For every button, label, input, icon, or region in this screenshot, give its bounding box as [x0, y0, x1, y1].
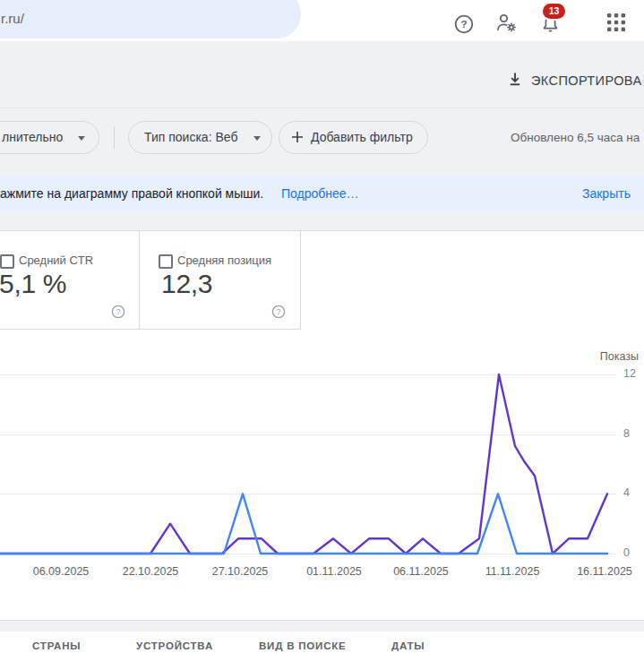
x-tick-label: 11.11.2025 — [482, 565, 543, 578]
info-banner: ажмите на диаграмму правой кнопкой мыши.… — [0, 176, 644, 211]
avg-position-checkbox[interactable] — [159, 254, 173, 269]
x-tick-label: 01.11.2025 — [304, 565, 365, 578]
cards-bottom-border — [0, 329, 301, 330]
help-circle-icon[interactable]: ? — [271, 305, 286, 322]
y-tick-label: 12 — [623, 367, 643, 380]
card-divider — [300, 231, 301, 329]
help-icon[interactable]: ? — [453, 13, 475, 39]
property-search-value: r.ru/ — [1, 11, 24, 26]
card-divider — [139, 231, 140, 329]
dimension-tab-4[interactable]: ДАТЫ — [391, 640, 425, 651]
x-tick-label: 06.11.2025 — [391, 565, 451, 578]
svg-text:?: ? — [116, 307, 120, 316]
y-tick-label: 8 — [623, 427, 643, 440]
avg-position-value: 12,3 — [161, 269, 212, 299]
chevron-down-icon — [78, 136, 85, 141]
more-filters-label: лнительно — [2, 130, 63, 144]
x-tick-label: 16.11.2025 — [574, 565, 635, 578]
dimension-tab-3[interactable]: ВИД В ПОИСКЕ — [259, 640, 347, 651]
export-label: ЭКСПОРТИРОВА — [531, 73, 641, 88]
notification-count-badge[interactable]: 13 — [543, 4, 565, 19]
add-filter-label: Добавить фильтр — [311, 130, 413, 144]
header-divider — [0, 107, 644, 108]
last-updated-text: Обновлено 6,5 часа на — [511, 131, 640, 144]
chevron-down-icon — [253, 136, 261, 141]
svg-text:?: ? — [276, 307, 280, 316]
apps-grid-icon[interactable] — [606, 13, 626, 36]
banner-message: ажмите на диаграмму правой кнопкой мыши. — [0, 186, 263, 201]
topbar: r.ru/ ? 13 — [0, 0, 644, 41]
avg-ctr-value: 5,1 % — [0, 269, 66, 299]
x-tick-label: 27.10.2025 — [210, 565, 270, 578]
avg-ctr-label: Средний CTR — [19, 253, 93, 267]
dimension-tab-1[interactable]: СТРАНЫ — [32, 640, 81, 651]
chart-area[interactable] — [0, 358, 618, 573]
series-line-Клики — [0, 494, 607, 554]
series-line-Показы — [0, 374, 607, 554]
manage-account-icon[interactable] — [494, 11, 519, 39]
svg-text:?: ? — [460, 19, 467, 30]
export-button[interactable]: ЭКСПОРТИРОВА — [507, 64, 641, 97]
plus-icon — [290, 130, 305, 148]
x-tick-label: 06.09.2025 — [30, 565, 91, 578]
filter-separator — [114, 126, 115, 149]
x-tick-label: 22.10.2025 — [120, 565, 181, 578]
download-icon — [507, 71, 523, 90]
avg-ctr-checkbox[interactable] — [0, 254, 14, 269]
banner-close-link[interactable]: Закрыть — [582, 186, 631, 201]
banner-more-link[interactable]: Подробнее… — [281, 186, 359, 201]
y-tick-label: 0 — [623, 546, 643, 559]
avg-position-label: Средняя позиция — [177, 253, 271, 267]
search-type-label: Тип поиска: Веб — [144, 130, 237, 144]
chart-lines — [0, 374, 607, 554]
help-circle-icon[interactable]: ? — [111, 305, 125, 322]
dimension-tab-2[interactable]: УСТРОЙСТВА — [136, 640, 213, 651]
property-search-input[interactable]: r.ru/ — [0, 0, 301, 39]
y-tick-label: 4 — [623, 486, 643, 499]
